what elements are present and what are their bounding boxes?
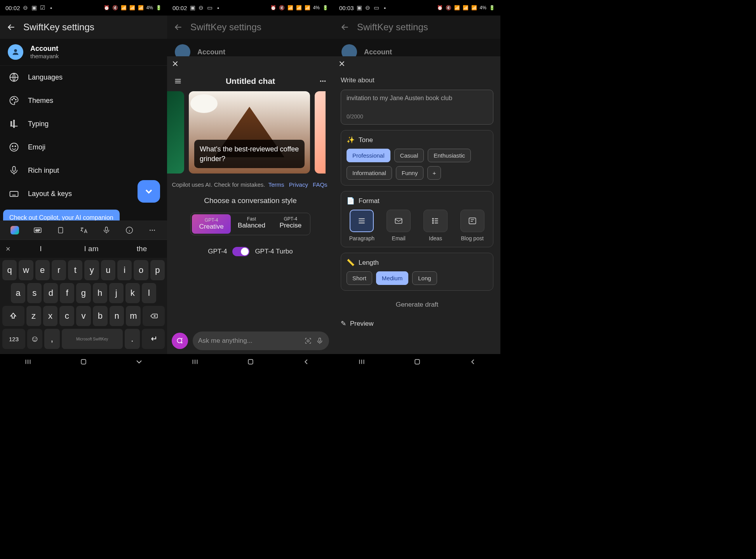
- tone-professional[interactable]: Professional: [347, 149, 390, 162]
- account-row[interactable]: Account themayank: [0, 39, 167, 66]
- tone-add[interactable]: +: [427, 166, 441, 180]
- signal1-icon: 📶: [129, 5, 136, 11]
- format-paragraph[interactable]: Paragraph: [347, 210, 377, 241]
- enter-key[interactable]: [142, 329, 165, 349]
- new-chat-button[interactable]: [172, 333, 188, 349]
- format-blog[interactable]: Blog post: [457, 210, 488, 241]
- key-i[interactable]: i: [117, 260, 132, 280]
- voice-button[interactable]: [99, 223, 113, 237]
- home-button[interactable]: [412, 356, 423, 367]
- style-balanced[interactable]: FastBalanced: [232, 213, 271, 235]
- row-emoji[interactable]: Emoji: [0, 135, 167, 159]
- back-button[interactable]: [467, 356, 478, 367]
- length-long[interactable]: Long: [412, 271, 437, 285]
- tone-casual[interactable]: Casual: [394, 149, 424, 162]
- emoji-key[interactable]: ☺: [27, 329, 42, 349]
- back-icon[interactable]: [6, 22, 16, 32]
- chat-more-button[interactable]: [317, 75, 329, 87]
- home-button[interactable]: [245, 356, 256, 367]
- key-j[interactable]: j: [109, 283, 124, 303]
- mic-icon[interactable]: [316, 337, 324, 345]
- key-o[interactable]: o: [134, 260, 148, 280]
- close-button[interactable]: [167, 56, 334, 71]
- turbo-toggle[interactable]: [232, 247, 249, 256]
- prompt-cards[interactable]: What's the best-reviewed coffee grinder?: [167, 91, 334, 174]
- tone-funny[interactable]: Funny: [396, 166, 424, 180]
- period-key[interactable]: .: [125, 329, 140, 349]
- translate-button[interactable]: [77, 223, 91, 237]
- faqs-link[interactable]: FAQs: [313, 181, 327, 188]
- backspace-key[interactable]: [143, 306, 165, 326]
- close-button[interactable]: [334, 56, 500, 71]
- back-button[interactable]: [134, 356, 145, 367]
- key-s[interactable]: s: [27, 283, 42, 303]
- scan-icon[interactable]: [304, 337, 312, 345]
- key-x[interactable]: x: [43, 306, 58, 326]
- privacy-link[interactable]: Privacy: [289, 181, 308, 188]
- recents-button[interactable]: [356, 356, 367, 367]
- expand-fab[interactable]: [138, 180, 160, 203]
- prompt-card-prev[interactable]: [167, 91, 184, 174]
- recents-button[interactable]: [190, 356, 200, 367]
- terms-link[interactable]: Terms: [268, 181, 284, 188]
- recents-button[interactable]: [23, 356, 33, 367]
- key-e[interactable]: e: [35, 260, 50, 280]
- key-r[interactable]: r: [52, 260, 66, 280]
- style-creative[interactable]: GPT-4Creative: [192, 214, 231, 234]
- key-p[interactable]: p: [150, 260, 165, 280]
- row-richinput[interactable]: Rich input: [0, 159, 167, 182]
- numbers-key[interactable]: 123: [2, 329, 25, 349]
- tone-informational[interactable]: Informational: [347, 166, 392, 180]
- account-title: Account: [364, 48, 392, 56]
- info-button[interactable]: [122, 223, 136, 237]
- key-n[interactable]: n: [110, 306, 124, 326]
- prompt-card[interactable]: What's the best-reviewed coffee grinder?: [189, 91, 310, 174]
- tone-enthusiastic[interactable]: Enthusiastic: [428, 149, 471, 162]
- row-languages[interactable]: Languages: [0, 66, 167, 89]
- back-button[interactable]: [301, 356, 312, 367]
- suggestion-3[interactable]: the: [117, 245, 167, 253]
- key-c[interactable]: c: [59, 306, 74, 326]
- key-y[interactable]: y: [84, 260, 99, 280]
- back-icon[interactable]: [173, 22, 183, 32]
- suggestion-2[interactable]: I am: [66, 245, 117, 253]
- key-u[interactable]: u: [101, 260, 115, 280]
- space-key[interactable]: Microsoft SwiftKey: [62, 329, 123, 349]
- key-w[interactable]: w: [19, 260, 33, 280]
- back-icon[interactable]: [340, 22, 350, 32]
- more-button[interactable]: [145, 223, 159, 237]
- clipboard-button[interactable]: [54, 223, 68, 237]
- key-z[interactable]: z: [26, 306, 41, 326]
- menu-button[interactable]: [172, 75, 184, 87]
- key-m[interactable]: m: [126, 306, 141, 326]
- key-f[interactable]: f: [60, 283, 74, 303]
- row-typing[interactable]: Typing: [0, 112, 167, 135]
- suggestion-1[interactable]: I: [16, 245, 66, 253]
- copilot-button[interactable]: [8, 223, 22, 237]
- home-button[interactable]: [78, 356, 89, 367]
- row-themes[interactable]: Themes: [0, 89, 167, 112]
- style-precise[interactable]: GPT-4Precise: [271, 213, 310, 235]
- key-b[interactable]: b: [93, 306, 108, 326]
- length-short[interactable]: Short: [347, 271, 372, 285]
- shift-key[interactable]: [2, 306, 24, 326]
- key-a[interactable]: a: [11, 283, 25, 303]
- key-q[interactable]: q: [2, 260, 17, 280]
- prompt-card-next[interactable]: [315, 91, 326, 174]
- format-ideas[interactable]: Ideas: [420, 210, 451, 241]
- dismiss-suggestion[interactable]: ✕: [0, 245, 16, 253]
- gif-button[interactable]: GIF: [31, 223, 45, 237]
- key-k[interactable]: k: [125, 283, 140, 303]
- key-d[interactable]: d: [44, 283, 58, 303]
- generate-button[interactable]: Generate draft: [341, 296, 493, 312]
- prompt-input[interactable]: invitation to my Jane Austen book club 0…: [341, 90, 493, 125]
- comma-key[interactable]: ,: [44, 329, 59, 349]
- chat-input[interactable]: Ask me anything...: [193, 332, 329, 350]
- length-medium[interactable]: Medium: [376, 271, 408, 285]
- key-h[interactable]: h: [93, 283, 107, 303]
- key-l[interactable]: l: [142, 283, 156, 303]
- key-v[interactable]: v: [76, 306, 91, 326]
- key-g[interactable]: g: [76, 283, 91, 303]
- format-email[interactable]: Email: [383, 210, 414, 241]
- key-t[interactable]: t: [68, 260, 82, 280]
